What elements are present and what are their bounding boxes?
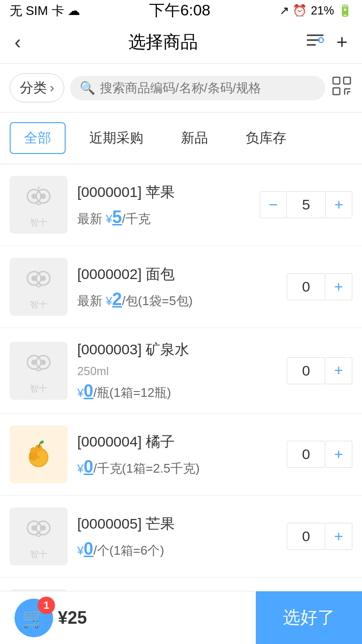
product-price-0000003: ¥0/瓶(1箱=12瓶) — [77, 381, 277, 401]
svg-point-19 — [41, 276, 46, 281]
status-time: 下午6:08 — [149, 0, 210, 21]
svg-point-22 — [31, 359, 37, 365]
product-name-0000003: [0000003] 矿泉水 — [77, 340, 277, 360]
svg-point-13 — [31, 194, 37, 199]
add-button[interactable]: + — [336, 31, 348, 53]
qty-control-0000002: + — [287, 273, 352, 300]
svg-point-34 — [41, 525, 46, 531]
qty-increment-0000004[interactable]: + — [325, 441, 352, 468]
product-price-0000002: 最新 ¥2/包(1袋=5包) — [77, 289, 277, 309]
tab-all[interactable]: 全部 — [10, 122, 66, 154]
qty-control-0000001: − + — [260, 191, 352, 218]
product-item-0000005: 智十 [0000005] 芒果 ¥0/个(1箱=6个) + — [0, 496, 362, 577]
qty-control-0000005: + — [287, 523, 352, 550]
svg-point-28 — [30, 447, 37, 453]
svg-rect-4 — [333, 77, 340, 84]
product-info-0000004: [0000004] 橘子 ¥0/千克(1箱=2.5千克) — [77, 432, 277, 477]
page-title: 选择商品 — [128, 30, 198, 54]
qty-input-0000004[interactable] — [287, 441, 325, 468]
product-image-0000002: 智十 — [10, 258, 68, 316]
svg-point-18 — [31, 276, 37, 281]
product-price-0000004: ¥0/千克(1箱=2.5千克) — [77, 457, 277, 477]
search-wrap: 🔍 — [70, 76, 325, 100]
tab-new[interactable]: 新品 — [167, 123, 222, 154]
product-info-0000003: [0000003] 矿泉水 250ml ¥0/瓶(1箱=12瓶) — [77, 340, 277, 401]
cart-badge: 1 — [38, 597, 55, 614]
qty-control-0000003: + — [287, 357, 352, 384]
product-info-0000005: [0000005] 芒果 ¥0/个(1箱=6个) — [77, 514, 277, 559]
tabs-row: 全部 近期采购 新品 负库存 — [0, 112, 362, 164]
svg-rect-6 — [333, 88, 340, 95]
search-input[interactable] — [100, 81, 316, 96]
svg-point-33 — [31, 525, 37, 531]
cart-button[interactable]: 🛒 1 — [14, 599, 53, 637]
tab-negative[interactable]: 负库存 — [232, 123, 300, 154]
product-item-0000001: 智十 [0000001] 苹果 最新 ¥5/千克 − + — [0, 164, 362, 245]
product-price-0000005: ¥0/个(1箱=6个) — [77, 539, 277, 559]
tab-recent[interactable]: 近期采购 — [75, 123, 157, 154]
svg-point-30 — [37, 456, 40, 459]
product-item-0000004: [0000004] 橘子 ¥0/千克(1箱=2.5千克) + — [0, 414, 362, 495]
product-price-0000001: 最新 ¥5/千克 — [77, 207, 250, 227]
product-image-0000001: 智十 — [10, 176, 68, 234]
svg-rect-5 — [344, 77, 350, 84]
search-icon: 🔍 — [80, 81, 95, 96]
filter-icon[interactable] — [306, 31, 325, 53]
cart-section: 🛒 1 ¥25 — [0, 599, 256, 637]
scan-icon[interactable] — [331, 75, 352, 101]
product-image-0000004 — [10, 425, 68, 483]
qty-control-0000004: + — [287, 441, 352, 468]
product-name-0000005: [0000005] 芒果 — [77, 514, 277, 534]
product-item-0000002: 智十 [0000002] 面包 最新 ¥2/包(1袋=5包) + — [0, 246, 362, 327]
status-bar: 无 SIM 卡 ☁ 下午6:08 ↗ ⏰ 21% 🔋 — [0, 0, 362, 21]
product-spec-0000003: 250ml — [77, 364, 277, 378]
product-list: 智十 [0000001] 苹果 最新 ¥5/千克 − + — [0, 164, 362, 644]
svg-point-23 — [41, 359, 46, 365]
product-info-0000001: [0000001] 苹果 最新 ¥5/千克 — [77, 182, 250, 227]
qty-decrement-0000001[interactable]: − — [260, 191, 287, 218]
product-image-0000003: 智十 — [10, 342, 68, 400]
bottom-bar: 🛒 1 ¥25 选好了 — [0, 591, 362, 644]
qty-input-0000001[interactable] — [287, 191, 325, 218]
status-network: 无 SIM 卡 ☁ — [10, 2, 80, 19]
qty-increment-0000005[interactable]: + — [325, 523, 352, 550]
back-button[interactable]: ‹ — [14, 31, 21, 53]
qty-input-0000002[interactable] — [287, 273, 325, 300]
qty-input-0000005[interactable] — [287, 523, 325, 550]
product-name-0000002: [0000002] 面包 — [77, 265, 277, 284]
product-image-0000005: 智十 — [10, 507, 68, 565]
nav-bar: ‹ 选择商品 + — [0, 21, 362, 64]
nav-actions: + — [306, 31, 348, 53]
qty-increment-0000001[interactable]: + — [325, 191, 352, 218]
category-button[interactable]: 分类 › — [10, 73, 64, 102]
product-item-0000003: 智十 [0000003] 矿泉水 250ml ¥0/瓶(1箱=12瓶) + — [0, 328, 362, 413]
status-battery: ↗ ⏰ 21% 🔋 — [279, 4, 352, 17]
category-chevron: › — [50, 80, 54, 96]
product-name-0000004: [0000004] 橘子 — [77, 432, 277, 452]
product-name-0000001: [0000001] 苹果 — [77, 182, 250, 202]
qty-input-0000003[interactable] — [287, 357, 325, 384]
product-info-0000002: [0000002] 面包 最新 ¥2/包(1袋=5包) — [77, 265, 277, 309]
qty-increment-0000002[interactable]: + — [325, 273, 352, 300]
confirm-button[interactable]: 选好了 — [256, 591, 362, 644]
qty-increment-0000003[interactable]: + — [325, 357, 352, 384]
filter-row: 分类 › 🔍 — [0, 64, 362, 112]
svg-point-14 — [41, 194, 46, 199]
cart-total: ¥25 — [58, 608, 87, 628]
